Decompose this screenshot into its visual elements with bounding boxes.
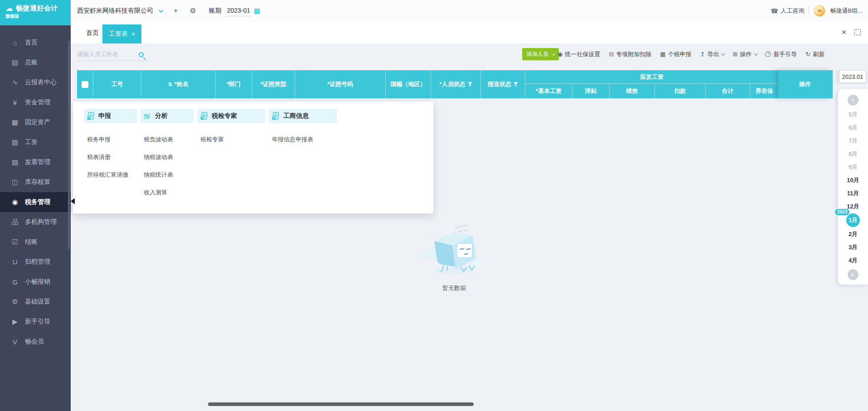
month-item-selected[interactable]: 2023 1月 — [838, 213, 868, 227]
menu-header-analysis[interactable]: 分析 — [141, 109, 194, 123]
column-name[interactable]: ⇅*姓名 — [141, 70, 216, 98]
column-label: 国籍（地区） — [391, 80, 426, 88]
month-item[interactable]: 4月 — [838, 254, 868, 267]
month-item[interactable]: 10月 — [838, 174, 868, 187]
menu-item-tax-register[interactable]: 税表清册 — [84, 148, 137, 166]
menu-item-tax-statistics[interactable]: 纳税统计表 — [141, 166, 194, 184]
select-all-checkbox[interactable] — [82, 81, 88, 88]
user-name[interactable]: 畅捷通B组... — [830, 7, 863, 15]
sidebar-item-label: 首页 — [25, 39, 38, 47]
sidebar-item-cloud-reports[interactable]: ∿云报表中心 — [0, 73, 71, 92]
column-deduction[interactable]: 扣款 — [655, 84, 706, 98]
sidebar-item-multi-org[interactable]: 品多机构管理 — [0, 212, 71, 232]
operations-button[interactable]: ⊞操作 — [732, 50, 756, 58]
filter-icon[interactable] — [468, 82, 472, 87]
menu-item-annual-report[interactable]: 年报信息申报表 — [269, 131, 337, 148]
add-employee-button[interactable]: 添加人员 — [522, 48, 559, 60]
sort-icon[interactable]: ⇅ — [168, 82, 172, 87]
special-deduction-button[interactable]: ⊟专项附加扣除 — [609, 50, 651, 58]
sidebar-item-home[interactable]: ⌂首页 — [0, 33, 71, 53]
month-item[interactable]: 9月 — [838, 160, 868, 174]
menu-header-declare[interactable]: 申报 — [84, 109, 137, 123]
column-allowance[interactable]: 津贴 — [572, 84, 610, 98]
menu-item-income-tax-settlement[interactable]: 所得税汇算清缴 — [84, 166, 137, 184]
month-item[interactable]: 7月 — [838, 134, 868, 147]
menu-item-tax-declare[interactable]: 税务申报 — [84, 131, 137, 148]
sidebar-item-invoice[interactable]: ▨发票管理 — [0, 152, 71, 172]
horizontal-scrollbar[interactable] — [208, 402, 474, 406]
year-badge: 2023 — [834, 208, 850, 216]
column-performance[interactable]: 绩效 — [610, 84, 655, 98]
refresh-button[interactable]: ↻刷新 — [805, 50, 824, 58]
action-label: 专项附加扣除 — [616, 50, 651, 58]
salary-group-header: 应发工资 — [525, 70, 778, 84]
sidebar-item-settings[interactable]: ⚙基础设置 — [0, 292, 71, 312]
month-item[interactable]: 2月 — [838, 227, 868, 241]
sidebar-item-guide[interactable]: ▶新手引导 — [0, 312, 71, 332]
column-pension[interactable]: 养老保 — [750, 84, 778, 98]
sidebar-item-funds[interactable]: ¥资金管理 — [0, 92, 71, 112]
sidebar-scrollbar[interactable] — [68, 41, 70, 249]
social-security-settings-button[interactable]: ◉统一社保设置 — [558, 50, 600, 58]
month-item[interactable]: 5月 — [838, 108, 868, 121]
support-link[interactable]: ☎ 人工咨询 — [771, 7, 804, 15]
column-department[interactable]: *部门 — [216, 70, 252, 98]
column-employee-id[interactable]: 工号 — [93, 70, 141, 98]
menu-item-tax-payment-fluctuation[interactable]: 纳税波动表 — [141, 148, 194, 166]
settings-gear-icon[interactable]: ⚙ — [189, 7, 196, 15]
month-item[interactable]: 8月 — [838, 147, 868, 160]
month-item[interactable]: 6月 — [838, 121, 868, 134]
menu-header-tax-expert[interactable]: 税检专家 — [197, 109, 265, 123]
rail-scroll-up-button[interactable]: » — [848, 95, 858, 106]
sidebar-item-general-ledger[interactable]: ▤总账 — [0, 53, 71, 73]
period-value[interactable]: 2023-01 — [226, 6, 251, 16]
month-item[interactable]: 3月 — [838, 241, 868, 254]
pane-close-icon[interactable]: × — [841, 28, 846, 36]
tab-label: 工资表 — [109, 30, 128, 38]
add-account-icon[interactable]: + — [174, 7, 178, 15]
column-label: *人员状态 — [439, 80, 465, 88]
tab-payroll-active[interactable]: 工资表 × — [102, 24, 141, 44]
rail-scroll-down-button[interactable]: » — [848, 269, 858, 280]
company-chevron-down-icon[interactable] — [159, 8, 163, 13]
fullscreen-icon[interactable] — [854, 29, 861, 35]
sidebar-item-payroll[interactable]: ▧工资 — [0, 132, 71, 152]
column-person-status[interactable]: *人员状态 — [431, 70, 481, 98]
employee-search-input[interactable] — [77, 49, 139, 60]
tab-home[interactable]: 首页 — [81, 22, 104, 44]
calendar-icon[interactable]: ▦ — [254, 7, 260, 15]
menu-item-tax-expert[interactable]: 税检专家 — [197, 131, 265, 148]
action-label: 新手引导 — [773, 50, 797, 58]
column-id-type[interactable]: *证照类型 — [252, 70, 295, 98]
beginner-guide-button[interactable]: ?新手引导 — [765, 50, 797, 58]
column-operations: 操作 — [778, 70, 832, 98]
column-id-number[interactable]: *证照号码 — [295, 70, 386, 98]
sidebar-item-expense[interactable]: G小畅报销 — [0, 272, 71, 292]
column-submit-status[interactable]: 报送状态 — [481, 70, 525, 98]
column-total[interactable]: 合计 — [706, 84, 750, 98]
sidebar-item-tax[interactable]: ◉税务管理 — [0, 192, 71, 212]
column-base-salary[interactable]: *基本工资 — [525, 84, 572, 98]
sidebar-item-closing[interactable]: ☑结账 — [0, 232, 71, 252]
sidebar-item-member[interactable]: V畅会员 — [0, 332, 71, 352]
sidebar-item-fixed-assets[interactable]: ▦固定资产 — [0, 112, 71, 132]
export-button[interactable]: ↥导出 — [700, 50, 724, 58]
rail-period-box[interactable]: 2023.01 — [839, 70, 866, 83]
tax-filing-button[interactable]: ▦个税申报 — [660, 50, 691, 58]
sidebar: ☁ 畅捷通好会计 旗舰版 ⌂首页 ▤总账 ∿云报表中心 ¥资金管理 ▦固定资产 … — [0, 0, 71, 411]
avatar[interactable] — [814, 5, 825, 17]
search-icon[interactable] — [139, 52, 144, 57]
filter-icon[interactable] — [514, 82, 518, 87]
menu-item-income-estimate[interactable]: 收入测算 — [141, 184, 194, 201]
sidebar-item-archive[interactable]: ⊔归档管理 — [0, 252, 71, 272]
menu-item-tax-burden-fluctuation[interactable]: 税负波动表 — [141, 131, 194, 148]
month-item[interactable]: 11月 — [838, 187, 868, 200]
sidebar-item-inventory[interactable]: ◫库存核算 — [0, 172, 71, 192]
tab-close-icon[interactable]: × — [131, 31, 135, 37]
column-nationality[interactable]: 国籍（地区） — [386, 70, 431, 98]
company-name[interactable]: 西安虾米网络科技有限公司 — [77, 7, 153, 15]
gear-icon: ⚙ — [11, 298, 19, 306]
sidebar-item-label: 云报表中心 — [25, 78, 57, 87]
app-logo[interactable]: ☁ 畅捷通好会计 旗舰版 — [0, 0, 71, 25]
menu-header-business-info[interactable]: 工商信息 — [269, 109, 337, 123]
